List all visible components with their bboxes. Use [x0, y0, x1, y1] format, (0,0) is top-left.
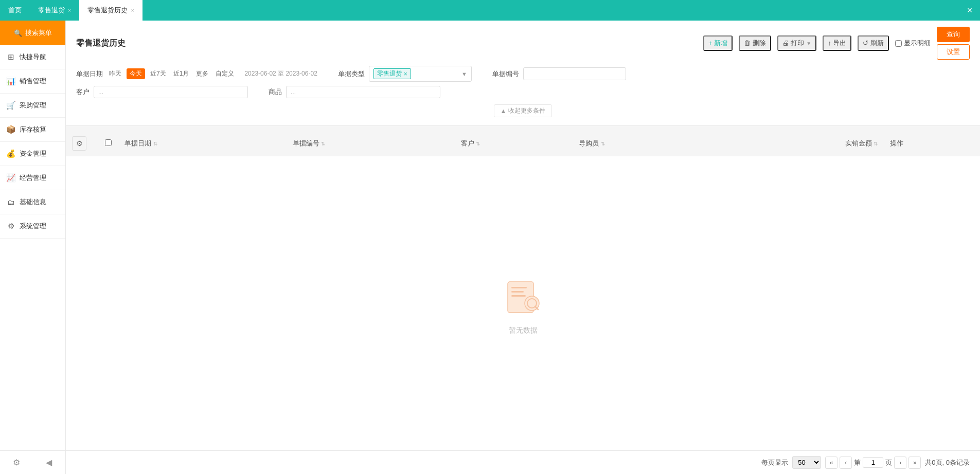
collapse-bar: ▲ 收起更多条件 — [76, 102, 970, 120]
sidebar-item-basic-info-label: 基础信息 — [20, 197, 46, 207]
sidebar-item-system[interactable]: ⚙ 系统管理 — [0, 214, 65, 239]
export-button[interactable]: ↑ 导出 — [823, 35, 851, 51]
date-shortcuts: 昨天 今天 近7天 近1月 更多 自定义 — [107, 68, 236, 79]
tab-retail-return-history-close[interactable]: × — [131, 7, 134, 13]
voucher-filter-label: 单据编号 — [492, 69, 519, 79]
content-area: 零售退货历史 + 新增 🗑 删除 🖨 打印 ▼ ↑ 导出 — [66, 21, 980, 474]
sidebar-search-button[interactable]: 🔍 搜索菜单 — [0, 21, 65, 45]
col-customer-sort[interactable]: ⇅ — [476, 141, 480, 147]
tab-home[interactable]: 首页 — [0, 0, 30, 21]
prev-page-button[interactable]: ‹ — [840, 457, 852, 469]
select-all-checkbox[interactable] — [105, 139, 112, 146]
next-page-button[interactable]: › — [894, 457, 906, 469]
sidebar-item-inventory[interactable]: 📦 库存核算 — [0, 118, 65, 142]
quick-nav-icon: ⊞ — [6, 52, 15, 62]
new-button-label: + 新增 — [708, 39, 727, 48]
collapse-button[interactable]: ▲ 收起更多条件 — [494, 104, 553, 117]
top-bar: 首页 零售退货 × 零售退货历史 × × — [0, 0, 980, 21]
sidebar-gear-button[interactable]: ⚙ — [8, 454, 25, 471]
goods-filter-label: 商品 — [269, 87, 282, 97]
print-button[interactable]: 🖨 打印 ▼ — [777, 35, 817, 51]
empty-text: 暂无数据 — [509, 326, 538, 335]
sidebar-item-operations[interactable]: 📈 经营管理 — [0, 166, 65, 190]
tab-retail-return-close[interactable]: × — [68, 7, 71, 13]
filter-area: 单据日期 昨天 今天 近7天 近1月 更多 自定义 2023-06-02 至 2… — [76, 66, 970, 125]
sidebar-collapse-button[interactable]: ◀ — [41, 454, 57, 471]
show-detail-input[interactable] — [895, 40, 902, 47]
sidebar-item-quick-nav-label: 快捷导航 — [20, 52, 46, 62]
settings-button-label: 设置 — [947, 48, 960, 56]
last-page-button[interactable]: » — [908, 457, 921, 469]
col-guide-sort[interactable]: ⇅ — [601, 141, 605, 147]
sidebar-item-sales[interactable]: 📊 销售管理 — [0, 69, 65, 94]
shortcut-yesterday[interactable]: 昨天 — [107, 68, 123, 79]
page-label: 第 — [854, 458, 861, 467]
window-close-button[interactable]: × — [959, 0, 980, 21]
type-tag-remove[interactable]: × — [404, 70, 407, 78]
svg-rect-3 — [511, 295, 526, 297]
first-page-button[interactable]: « — [825, 457, 838, 469]
query-button[interactable]: 查询 — [937, 27, 970, 42]
delete-button[interactable]: 🗑 删除 — [739, 35, 771, 51]
show-detail-checkbox[interactable]: 显示明细 — [895, 39, 931, 48]
sidebar-item-basic-info[interactable]: 🗂 基础信息 — [0, 190, 65, 214]
shortcut-today[interactable]: 今天 — [127, 68, 145, 79]
query-button-label: 查询 — [947, 30, 960, 38]
shortcut-7days[interactable]: 近7天 — [148, 68, 168, 79]
voucher-input[interactable] — [523, 67, 626, 80]
col-action-label: 操作 — [890, 139, 903, 147]
col-date-sort[interactable]: ⇅ — [153, 141, 157, 147]
page-title-row: 零售退货历史 + 新增 🗑 删除 🖨 打印 ▼ ↑ 导出 — [76, 27, 970, 60]
collapse-label: 收起更多条件 — [508, 106, 545, 115]
sidebar-item-operations-label: 经营管理 — [20, 173, 46, 183]
shortcut-custom[interactable]: 自定义 — [213, 68, 236, 79]
tab-list: 首页 零售退货 × 零售退货历史 × — [0, 0, 959, 21]
col-guide: 导购员 ⇅ — [573, 131, 716, 156]
sidebar-bottom: ⚙ ◀ — [0, 450, 65, 474]
col-action: 操作 — [884, 131, 980, 156]
new-button[interactable]: + 新增 — [703, 35, 733, 51]
filter-row-2: 客户 ... 商品 ... — [76, 86, 970, 98]
col-amount: 实销金额 ⇅ — [716, 131, 884, 156]
filter-date: 单据日期 昨天 今天 近7天 近1月 更多 自定义 2023-06-02 至 2… — [76, 68, 317, 79]
tab-retail-return[interactable]: 零售退货 × — [30, 0, 79, 21]
filter-type: 单据类型 零售退货 × ▼ — [338, 66, 472, 82]
operations-icon: 📈 — [6, 173, 15, 183]
sidebar-item-purchase-label: 采购管理 — [20, 101, 46, 110]
customer-select[interactable]: ... — [94, 86, 248, 98]
collapse-icon: ▲ — [501, 107, 507, 115]
total-label: 共0页, 0条记录 — [925, 458, 970, 467]
search-icon: 🔍 — [14, 29, 22, 37]
sidebar-search-label: 搜索菜单 — [25, 28, 52, 38]
toolbar: + 新增 🗑 删除 🖨 打印 ▼ ↑ 导出 ↺ 刷新 — [703, 27, 970, 60]
print-button-label: 🖨 打印 — [782, 39, 805, 48]
per-page-select[interactable]: 50 100 200 — [792, 456, 821, 469]
sidebar-item-quick-nav[interactable]: ⊞ 快捷导航 — [0, 45, 65, 69]
sidebar-item-purchase[interactable]: 🛒 采购管理 — [0, 94, 65, 118]
shortcut-more[interactable]: 更多 — [194, 68, 210, 79]
sidebar-item-sales-label: 销售管理 — [20, 77, 46, 86]
svg-rect-2 — [511, 291, 524, 293]
refresh-button[interactable]: ↺ 刷新 — [858, 35, 889, 51]
tab-retail-return-history-label: 零售退货历史 — [87, 6, 128, 15]
tab-home-label: 首页 — [8, 6, 22, 15]
page-input[interactable] — [863, 457, 883, 468]
inventory-icon: 📦 — [6, 125, 15, 134]
table-settings-button[interactable]: ⚙ — [72, 136, 86, 151]
sidebar-item-finance[interactable]: 💰 资金管理 — [0, 142, 65, 166]
shortcut-1month[interactable]: 近1月 — [171, 68, 191, 79]
filter-goods: 商品 ... — [269, 86, 440, 98]
finance-icon: 💰 — [6, 149, 15, 158]
type-tag: 零售退货 × — [373, 68, 411, 79]
type-select[interactable]: 零售退货 × ▼ — [369, 66, 472, 82]
col-amount-sort[interactable]: ⇅ — [874, 141, 878, 147]
goods-select[interactable]: ... — [286, 86, 440, 98]
col-guide-label: 导购员 — [579, 139, 599, 147]
settings-button[interactable]: 设置 — [937, 44, 970, 60]
tab-retail-return-history[interactable]: 零售退货历史 × — [79, 0, 142, 21]
date-range-display: 2023-06-02 至 2023-06-02 — [244, 69, 317, 78]
col-voucher-sort[interactable]: ⇅ — [321, 141, 325, 147]
basic-info-icon: 🗂 — [6, 197, 15, 207]
print-chevron-icon: ▼ — [806, 41, 811, 46]
customer-filter-label: 客户 — [76, 87, 90, 97]
